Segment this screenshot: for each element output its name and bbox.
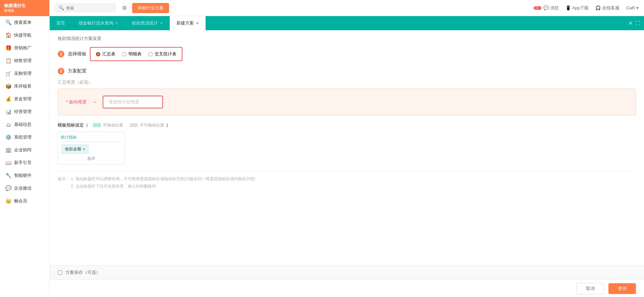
smart-hw-icon: 🔧: [5, 172, 11, 179]
tab-collection-stats[interactable]: 收款情况统计 ✕: [125, 16, 170, 30]
sidebar-item-label: 系统管理: [14, 134, 32, 140]
sidebar-item-funds[interactable]: 💰 资金管理: [0, 93, 49, 105]
tab-bank-flow-close[interactable]: ✕: [115, 21, 118, 26]
download-label: App下载: [572, 5, 589, 11]
metric-tag-amount[interactable]: 收款金额 ▾: [61, 145, 89, 154]
summary-dim-label: 汇总维度（必选）: [58, 79, 636, 85]
stats-title: 统计指标: [61, 135, 122, 142]
query-button[interactable]: 查询: [608, 283, 636, 294]
metrics-header: 模板指标设定（ 可拖动位置 不可拖动位置 ）: [58, 122, 636, 128]
sidebar-item-quick-nav[interactable]: 🏠 快捷导航: [0, 29, 49, 42]
radio-summary[interactable]: 汇总表: [96, 51, 115, 57]
support-item[interactable]: 🎧 在线客服: [595, 5, 620, 11]
metric-dropdown-icon[interactable]: ▾: [83, 147, 85, 151]
tab-home-label: 首页: [56, 20, 65, 26]
dim-row: * 纵向维度 → 请选择分组维度: [66, 96, 628, 108]
sidebar-item-label: 库存核算: [14, 83, 32, 89]
search-icon: 🔍: [59, 5, 64, 10]
topbar-right: 99+ 💬 消息 📱 App下载 🎧 在线客服 CaR ▾: [534, 5, 639, 11]
system-icon: ⚙️: [5, 134, 11, 140]
search-menu-icon: 🔍: [5, 19, 11, 26]
wechat-icon: 💬: [5, 185, 11, 191]
notification-badge: 99+: [534, 6, 541, 10]
tab-new-plan[interactable]: 新建方案 ✕: [170, 16, 206, 30]
user-name: CaR: [626, 5, 635, 10]
tab-home[interactable]: 首页: [50, 16, 72, 30]
radio-detail[interactable]: 明细表: [122, 51, 142, 57]
sidebar-item-member[interactable]: 👑 畅会员: [0, 195, 49, 207]
radio-cross-input[interactable]: [148, 52, 153, 56]
sidebar-item-inventory[interactable]: 📦 库存核算: [0, 80, 49, 93]
sidebar-item-label: 搜索菜单: [14, 19, 32, 26]
support-icon: 🎧: [595, 5, 601, 10]
step1-label: 选择模板: [68, 51, 87, 57]
user-item[interactable]: CaR ▾: [626, 5, 639, 10]
search-input[interactable]: [66, 6, 110, 10]
content-inner: 收款情况统计方案设置 1 选择模板 汇总表 明细表: [50, 30, 644, 265]
legend-close: ）: [166, 122, 170, 128]
sidebar-item-search-menu[interactable]: 🔍 搜索菜单: [0, 16, 49, 29]
member-icon: 👑: [5, 198, 11, 204]
page-title: 收款情况统计方案设置: [58, 36, 636, 42]
radio-detail-input[interactable]: [122, 52, 126, 56]
radio-summary-input[interactable]: [96, 52, 100, 56]
notification-item[interactable]: 99+ 💬 消息: [534, 5, 559, 11]
download-item[interactable]: 📱 App下载: [566, 5, 589, 11]
sidebar-item-purchase[interactable]: 🛒 采购管理: [0, 67, 49, 80]
save-row: 方案保存（可选）: [50, 265, 644, 280]
sales-icon: 📋: [5, 58, 11, 64]
sidebar-item-label: 资金管理: [14, 96, 32, 102]
sidebar: 畅捷通好生 标准版 🔍 搜索菜单 🏠 快捷导航 🎁 营销推广 📋 销售管理 🛒 …: [0, 0, 50, 297]
logo-sub: 标准版: [4, 8, 26, 13]
dim-selector[interactable]: 请选择分组维度: [103, 96, 163, 108]
tab-close-all-icon[interactable]: ✕: [629, 20, 633, 26]
tab-bank-flow[interactable]: 现金银行流水查询 ✕: [72, 16, 125, 30]
content-area: 收款情况统计方案设置 1 选择模板 汇总表 明细表: [50, 30, 644, 297]
metrics-label: 模板指标设定（: [58, 122, 88, 128]
tip1: 1. 拖动标题栏可以调整布局，不可跨维度或指标区域拖动目字段(只能在同一维度或指…: [71, 177, 255, 181]
tip-prefix: 提示：: [58, 177, 70, 181]
settings-icon[interactable]: ⚙: [122, 5, 127, 11]
step2-label: 方案配置: [68, 68, 87, 74]
cancel-button[interactable]: 取消: [576, 283, 604, 294]
inventory-icon: 📦: [5, 83, 11, 89]
sidebar-item-label: 销售管理: [14, 58, 32, 64]
step2-num: 2: [58, 68, 64, 75]
tab-bank-flow-label: 现金银行流水查询: [78, 20, 113, 26]
sidebar-item-marketing[interactable]: 🎁 营销推广: [0, 42, 49, 54]
sidebar-item-operations[interactable]: 📊 经营管理: [0, 105, 49, 118]
funds-icon: 💰: [5, 96, 11, 102]
tab-collection-stats-close[interactable]: ✕: [160, 21, 163, 26]
sidebar-item-wechat[interactable]: 💬 企业微信: [0, 182, 49, 195]
support-label: 在线客服: [602, 5, 620, 11]
legend-fixed-label: 不可拖动位置: [140, 122, 164, 128]
sidebar-item-base-info[interactable]: 🗂 基础信息: [0, 118, 49, 131]
logo-text: 畅捷通好生: [4, 3, 26, 8]
enterprise-icon: 🏢: [5, 147, 11, 153]
sidebar-item-label: 智能硬件: [14, 172, 32, 179]
sidebar-item-enterprise[interactable]: 🏢 企业协同: [0, 144, 49, 156]
legend-draggable-label: 可拖动位置: [103, 122, 123, 128]
step2-header: 2 方案配置: [58, 68, 636, 75]
tab-new-plan-close[interactable]: ✕: [196, 21, 199, 26]
sidebar-item-system[interactable]: ⚙️ 系统管理: [0, 131, 49, 144]
sidebar-item-sales[interactable]: 📋 销售管理: [0, 54, 49, 67]
industry-btn[interactable]: 体验行业方案: [132, 3, 169, 13]
step2-section: 2 方案配置 汇总维度（必选） * 纵向维度 → 请选择分组维度: [58, 68, 636, 190]
sidebar-item-label: 畅会员: [14, 198, 27, 204]
radio-cross[interactable]: 交叉统计表: [148, 51, 176, 57]
topbar: 🔍 ⚙ 体验行业方案 99+ 💬 消息 📱 App下载 🎧 在线客服 CaR ▾: [50, 0, 644, 16]
sidebar-item-smart-hw[interactable]: 🔧 智能硬件: [0, 169, 49, 182]
search-box[interactable]: 🔍: [55, 4, 115, 12]
save-checkbox[interactable]: [58, 270, 62, 275]
sidebar-item-label: 基础信息: [14, 121, 32, 128]
sidebar-item-guide[interactable]: 📖 新手引导: [0, 156, 49, 169]
dimension-area: * 纵向维度 → 请选择分组维度: [58, 89, 636, 115]
radio-detail-label: 明细表: [128, 51, 142, 57]
vertical-dim-label: * 纵向维度: [66, 99, 87, 105]
download-icon: 📱: [566, 5, 571, 10]
tab-maximize-icon[interactable]: ⛶: [635, 20, 640, 26]
step1-header: 1 选择模板 汇总表 明细表 交叉统计表: [58, 47, 636, 61]
sidebar-item-label: 营销推广: [14, 45, 32, 51]
sidebar-item-label: 新手引导: [14, 160, 32, 166]
